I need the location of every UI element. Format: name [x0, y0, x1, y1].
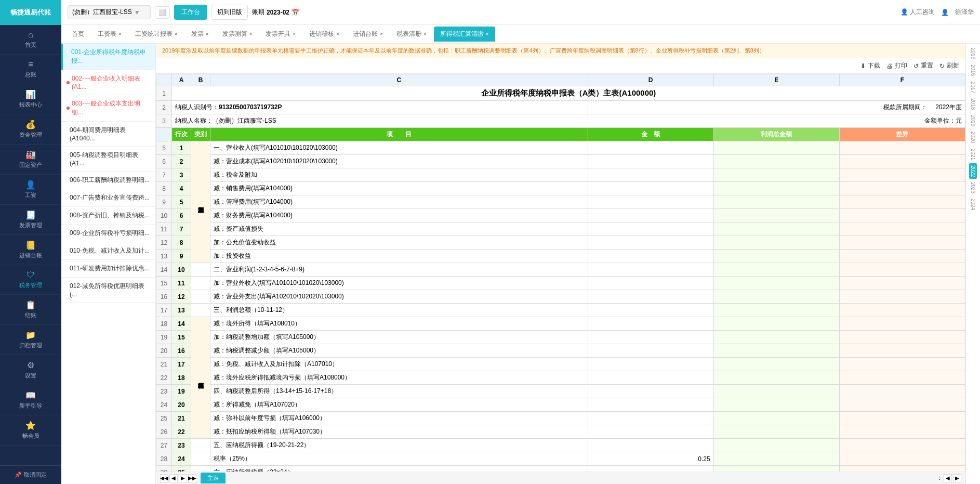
year-item-2019[interactable]: 2019: [969, 113, 977, 128]
sidebar-item-总账[interactable]: ≡总账: [0, 55, 61, 84]
sidebar-item-畅会员[interactable]: ⭐畅会员: [0, 415, 61, 446]
table-row: 25 21 减：弥补以前年度亏损（填写A106000）: [156, 412, 965, 425]
sub-menu-item-006[interactable]: 006-职工薪酬纳税调整明细...: [61, 172, 155, 189]
tab-进销稽核[interactable]: 进销稽核×: [303, 27, 346, 42]
prev-sheet-btn[interactable]: ◀: [169, 474, 178, 482]
cell-amount-6: [588, 223, 713, 236]
cell-a-18: 19: [172, 385, 191, 398]
sub-menu-item-002[interactable]: 002-一般企业收入明细表(A1...: [61, 70, 155, 95]
tab-close-icon[interactable]: ×: [206, 31, 209, 37]
tab-进销台账[interactable]: 进销台账×: [347, 27, 389, 42]
company-selector[interactable]: (勿删）江西服宝-LSS ▼: [68, 5, 151, 19]
switch-old-version-button[interactable]: 切到旧版: [211, 5, 248, 20]
print-doc-icon[interactable]: ⬜: [155, 6, 170, 19]
category-cell-empty: [191, 439, 210, 452]
tab-工资统计报表[interactable]: 工资统计报表×: [129, 27, 184, 42]
tab-close-icon[interactable]: ×: [175, 31, 178, 37]
sidebar-item-结账[interactable]: 📋结账: [0, 295, 61, 325]
sub-menu-item-007[interactable]: 007-广告费和业务宣传费跨...: [61, 189, 155, 207]
tab-发票开具[interactable]: 发票开具×: [259, 27, 302, 42]
category-cell-empty: [191, 277, 210, 290]
sidebar-footer[interactable]: 📌 取消固定: [0, 465, 61, 484]
calendar-icon[interactable]: 📅: [292, 9, 299, 16]
cell-item-23: 税率（25%）: [210, 452, 588, 466]
sheet-tab-main[interactable]: 主表: [201, 473, 226, 483]
warning-text: 2019年度涉及取以前年度延续数据的申报表单元格需要手工维护正确，才能保证本年及…: [162, 47, 765, 54]
tab-所得税汇算清缴[interactable]: 所得税汇算清缴×: [434, 27, 495, 42]
last-sheet-btn[interactable]: ▶▶: [188, 474, 196, 482]
tab-close-icon[interactable]: ×: [336, 31, 339, 37]
sidebar-item-设置[interactable]: ⚙设置: [0, 355, 61, 385]
year-item-2022[interactable]: 2022: [969, 163, 977, 179]
year-item-2020[interactable]: 2020: [969, 129, 977, 145]
tab-税表清册[interactable]: 税表清册×: [390, 27, 433, 42]
error-dot-icon: [67, 107, 70, 110]
tab-发票[interactable]: 发票×: [185, 27, 215, 42]
sidebar-item-固定资产[interactable]: 🏭固定资产: [0, 145, 61, 175]
sub-menu-item-001[interactable]: 001-企业所得税年度纳税申报...: [61, 44, 155, 70]
year-item-2021[interactable]: 2021: [969, 147, 977, 162]
sidebar-item-首页[interactable]: ⌂首页: [0, 25, 61, 55]
tab-close-icon[interactable]: ×: [380, 31, 383, 37]
tab-工资表[interactable]: 工资表×: [91, 27, 128, 42]
next-sheet-btn[interactable]: ▶: [179, 474, 187, 482]
cell-amount-15: [588, 344, 713, 358]
reset-button[interactable]: ↺ 重置: [913, 61, 933, 70]
cell-a-2: 3: [172, 168, 191, 182]
download-button[interactable]: ⬇ 下载: [860, 61, 880, 70]
tab-close-icon[interactable]: ×: [118, 31, 122, 37]
sidebar-icon: 📊: [25, 89, 36, 99]
table-row: 18 14 应纳税所得额计算 减：境外所得（填写A108010）: [156, 317, 965, 331]
tab-首页[interactable]: 首页: [65, 27, 90, 42]
cell-profit-4: [713, 195, 839, 209]
year-item-2019[interactable]: 2019: [969, 46, 977, 61]
print-button[interactable]: 🖨 打印: [886, 61, 907, 70]
sidebar-item-新手引导[interactable]: 📖新手引导: [0, 385, 61, 415]
sub-menu-item-010[interactable]: 010-免税、减计收入及加计...: [61, 242, 155, 260]
tab-发票测算[interactable]: 发票测算×: [216, 27, 259, 42]
refresh-button[interactable]: ↻ 刷新: [939, 61, 959, 70]
tab-label: 工资表: [98, 30, 116, 38]
table-row: 2 纳税人识别号：91320500703719732P 税款所属期间： 2022…: [156, 101, 965, 114]
sidebar-item-税务管理[interactable]: 🛡税务管理: [0, 265, 61, 295]
sub-menu-item-005[interactable]: 005-纳税调整项目明细表(A1...: [61, 147, 155, 172]
tab-close-icon[interactable]: ×: [423, 31, 427, 37]
sub-menu-item-004[interactable]: 004-期间费用明细表(A1040...: [61, 122, 155, 147]
table-row: 12 8 加：公允价值变动收益: [156, 236, 965, 250]
main-panel: 2019年度涉及取以前年度延续数据的申报表单元格需要手工维护正确，才能保证本年及…: [156, 44, 965, 484]
sub-menu-item-003[interactable]: 003-一般企业成本支出明细...: [61, 95, 155, 122]
year-item-2023[interactable]: 2023: [969, 180, 977, 195]
scroll-right-btn[interactable]: ▶: [953, 474, 961, 482]
tab-close-icon[interactable]: ×: [293, 31, 296, 37]
row-num-26: 26: [156, 425, 172, 439]
sidebar-item-进销台账[interactable]: 📒进销台账: [0, 235, 61, 265]
sidebar-item-归档管理[interactable]: 📁归档管理: [0, 325, 61, 355]
sub-menu-item-009[interactable]: 009-企业所得税补亏损明细...: [61, 225, 155, 242]
year-item-2016[interactable]: 2016: [969, 62, 977, 78]
year-item-2018[interactable]: 2018: [969, 96, 977, 112]
cell-item-8: 加：投资收益: [210, 250, 588, 263]
cell-item-18: 四、纳税调整后所得（13-14+15-16-17+18）: [210, 385, 588, 398]
year-item-2024[interactable]: 2024: [969, 197, 977, 212]
tab-close-icon[interactable]: ×: [486, 31, 489, 37]
table-row: 15 11 加：营业外收入(填写A101010\101020\103000): [156, 277, 965, 290]
sidebar-item-发票管理[interactable]: 🧾发票管理: [0, 205, 61, 235]
sub-menu-item-008[interactable]: 008-资产折旧、摊销及纳税...: [61, 207, 155, 225]
first-sheet-btn[interactable]: ◀◀: [160, 474, 168, 482]
category-cell: 应纳税所得额计算: [191, 317, 210, 439]
sub-menu-item-011[interactable]: 011-研发费用加计扣除优惠...: [61, 260, 155, 278]
sidebar-icon: ⌂: [28, 30, 33, 40]
workbench-button[interactable]: 工作台: [174, 5, 207, 20]
sidebar-item-报表中心[interactable]: 📊报表中心: [0, 84, 61, 114]
tab-close-icon[interactable]: ×: [249, 31, 253, 37]
sub-menu-item-012[interactable]: 012-减免所得税优惠明细表(...: [61, 278, 155, 303]
tab-label: 税表清册: [396, 30, 421, 38]
cell-item-0: 一、营业收入(填写A101010\101020\103000): [210, 141, 588, 155]
cell-profit-22: [713, 439, 839, 452]
sidebar-item-工资[interactable]: 👤工资: [0, 175, 61, 205]
user-service-btn[interactable]: 👤 人工咨询: [900, 8, 935, 17]
scroll-left-btn[interactable]: ◀: [944, 474, 952, 482]
year-item-2017[interactable]: 2017: [969, 80, 977, 95]
category-cell-empty: [191, 304, 210, 317]
sidebar-item-资金管理[interactable]: 💰资金管理: [0, 114, 61, 145]
